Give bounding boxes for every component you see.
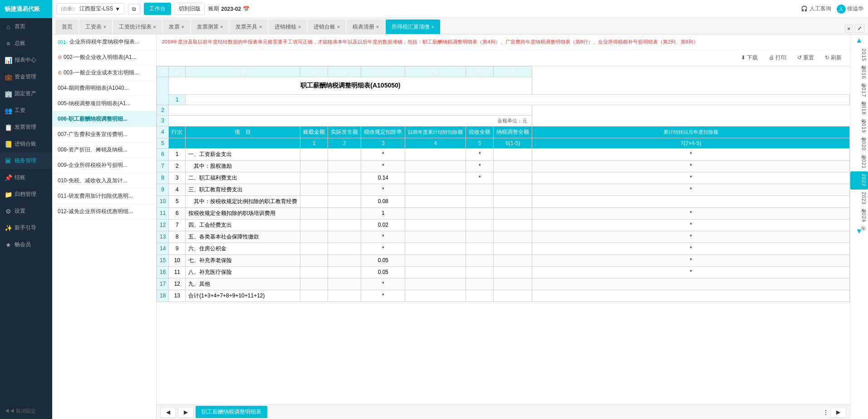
list-item-003[interactable]: ⊘ 003-一般企业业成本支出明细... [52, 65, 156, 81]
year-2022[interactable]: 2022年 [850, 171, 868, 189]
list-item-009[interactable]: 009-企业所得税税补亏损明... [52, 158, 156, 173]
table-row[interactable]: 9 4 三、职工教育经费支出 * * [157, 184, 850, 195]
sidebar-item-ledger[interactable]: ≡ 总账 [0, 35, 52, 52]
sidebar-item-invoice[interactable]: 📋 发票管理 [0, 119, 52, 136]
left-panel: 001- 企业所得税年度纳税申报表... ⊘ 002-一般企业收入明细表(A1.… [52, 34, 157, 419]
switch-old-button[interactable]: 切到旧版 [175, 3, 205, 15]
scroll-right[interactable]: ▶ [830, 407, 846, 418]
reset-button[interactable]: ↺ 重置 [794, 53, 817, 63]
nav-next-sheet[interactable]: ▶ [178, 407, 194, 418]
fullscreen-button[interactable]: ⤢ [855, 24, 864, 33]
sidebar-item-vip[interactable]: ★ 畅会员 [0, 236, 52, 253]
table-row[interactable]: 14 9 六、住房公积金 * * [157, 243, 850, 254]
list-item-005[interactable]: 005-纳税调整项目明细表(A1... [52, 96, 156, 112]
year-down-button[interactable]: ▼ [854, 225, 865, 237]
col-D: D [300, 66, 328, 77]
sidebar-item-settings[interactable]: ⚙ 设置 [0, 203, 52, 219]
year-2024[interactable]: 2024年 [850, 207, 868, 225]
table-row[interactable]: 16 11 八、补充医疗保险 0.05 * [157, 266, 850, 278]
tab-close-income-tax[interactable]: × [432, 24, 434, 29]
sheet-tab-main[interactable]: 职工薪酬纳税调整明细表 [196, 406, 267, 418]
tab-invoice[interactable]: 发票 × [163, 19, 190, 34]
tab-close-invoice-calc[interactable]: × [221, 24, 223, 29]
tab-income-tax[interactable]: 所得税汇算清缴 × [386, 19, 440, 34]
table-row[interactable]: 11 6 按税收规定全额扣除的职场培训费用 1 * [157, 207, 850, 219]
error-icon-003: ⊘ [58, 70, 62, 76]
tab-home[interactable]: 首页 [56, 19, 78, 34]
copy-button[interactable]: ⧉ [128, 4, 140, 15]
sidebar-item-guide[interactable]: ✨ 新手引导 [0, 219, 52, 236]
list-item-006[interactable]: 006-职工薪酬纳税调整明细... [52, 112, 156, 127]
tab-controls: × ⤢ [845, 24, 864, 34]
tab-tax-clear[interactable]: 税表清册 × [347, 19, 385, 34]
year-2015[interactable]: 2015年 [850, 46, 868, 64]
tab-payroll[interactable]: 工资表 × [79, 19, 112, 34]
help-button[interactable]: 🎧 人工客询 [801, 5, 831, 13]
sidebar-item-archive[interactable]: 📁 归档管理 [0, 186, 52, 203]
tab-check[interactable]: 进销稽核 × [269, 19, 307, 34]
year-up-button[interactable]: ▲ [854, 34, 865, 46]
tab-close-tax-clear[interactable]: × [376, 24, 379, 29]
list-item-004[interactable]: 004-期间费用明细表(A1040... [52, 81, 156, 96]
table-row-header-main: 4 行次 项 目 账载金额 实际发生额 税收规定扣除率 以前年度累计结转扣除额 … [157, 126, 850, 138]
table-row[interactable]: 7 2 其中：股权激励 * * * [157, 160, 850, 172]
sidebar-item-close[interactable]: 📌 结账 [0, 169, 52, 186]
nav-prev-sheet[interactable]: ◀ [160, 407, 176, 418]
table-row[interactable]: 10 5 其中：按税收规定比例扣除的职工教育经费 0.08 [157, 195, 850, 207]
tab-close-check[interactable]: × [298, 24, 301, 29]
list-item-002[interactable]: ⊘ 002-一般企业收入明细表(A1... [52, 50, 156, 65]
tab-close-sales-ledger[interactable]: × [337, 24, 340, 29]
year-2018[interactable]: 2018年 [850, 100, 868, 117]
sidebar-item-reports[interactable]: 📊 报表中心 [0, 52, 52, 68]
sidebar-item-home[interactable]: ⌂ 首页 [0, 18, 52, 35]
user-menu[interactable]: 人 徐溢华 [837, 5, 863, 14]
tab-sales-ledger[interactable]: 进销台账 × [308, 19, 346, 34]
company-selector[interactable]: (勿删） 江西股宝-LSS ▼ [57, 3, 124, 15]
tab-close-invoice-open[interactable]: × [259, 24, 262, 29]
list-item-012[interactable]: 012-减免企业所得税优惠明细... [52, 204, 156, 219]
year-2016[interactable]: 2016年 [850, 64, 868, 82]
list-item-011[interactable]: 011-研发费用加计扣除优惠明... [52, 189, 156, 204]
table-row[interactable]: 17 12 九、其他 * [157, 278, 850, 290]
download-button[interactable]: ⬇ 下载 [738, 53, 760, 63]
table-row[interactable]: 15 10 七、补充养老保险 0.05 * [157, 254, 850, 266]
refresh-button[interactable]: ↻ 刷新 [822, 53, 844, 63]
sidebar-unpin[interactable]: ◀◀ 取消固定 [0, 403, 52, 419]
sidebar-item-assets[interactable]: 🏢 固定资产 [0, 85, 52, 102]
list-item-010[interactable]: 010-免税、减收收入及加计... [52, 173, 156, 189]
more-icon[interactable]: ⋮ [823, 409, 829, 415]
unpin-icon: ◀◀ [5, 408, 15, 414]
tab-payroll-report[interactable]: 工资统计报表 × [113, 19, 162, 34]
tab-close-payroll-report[interactable]: × [153, 24, 156, 29]
print-button[interactable]: 🖨 打印 [766, 53, 789, 63]
year-2023[interactable]: 2023年 [850, 190, 868, 207]
tab-invoice-open[interactable]: 发票开具 × [230, 19, 268, 34]
list-item-001[interactable]: 001- 企业所得税年度纳税申报表... [52, 34, 156, 50]
avatar: 人 [837, 5, 846, 14]
col-H: H [466, 66, 494, 77]
sidebar-item-payroll[interactable]: 👥 工资 [0, 102, 52, 119]
table-row[interactable]: 12 7 四、工会经费支出 0.02 * [157, 219, 850, 231]
year-2021[interactable]: 2021年 [850, 154, 868, 171]
list-item-007[interactable]: 007-广告费和业务宣传费明... [52, 127, 156, 142]
table-row[interactable]: 18 13 合计(1+3+4+7+8+9+10+11+12) * [157, 290, 850, 302]
table-row[interactable]: 13 8 五、各类基本社会保障性缴款 * * [157, 231, 850, 243]
table-row[interactable]: 8 3 二、职工福利费支出 0.14 * * [157, 172, 850, 184]
table-row[interactable]: 6 1 一、工资薪金支出 * * * [157, 148, 850, 160]
year-2020[interactable]: 2020年 [850, 136, 868, 153]
sheet-area[interactable]: A B C D E F G H I 职工薪酬纳税调整明细表(A105050) [157, 66, 850, 405]
sidebar-item-sales[interactable]: 📒 进销台账 [0, 136, 52, 152]
tab-close-invoice[interactable]: × [181, 24, 184, 29]
year-2019[interactable]: 2019年 [850, 118, 868, 136]
tab-close-payroll[interactable]: × [103, 24, 106, 29]
table-row: 2 [157, 105, 850, 115]
tab-invoice-calc[interactable]: 发票测算 × [191, 19, 229, 34]
sidebar-item-tax[interactable]: 🏛 税务管理 [0, 152, 52, 169]
year-2017[interactable]: 2017年 [850, 82, 868, 100]
assets-icon: 🏢 [5, 90, 12, 97]
list-item-008[interactable]: 008-资产折旧、摊销及纳税... [52, 142, 156, 158]
close-all-button[interactable]: × [845, 24, 853, 33]
workbench-button[interactable]: 工作台 [144, 3, 171, 15]
period-selector[interactable]: 账期 2023-02 📅 [208, 5, 250, 13]
sidebar-item-funds[interactable]: 💼 资金管理 [0, 68, 52, 85]
